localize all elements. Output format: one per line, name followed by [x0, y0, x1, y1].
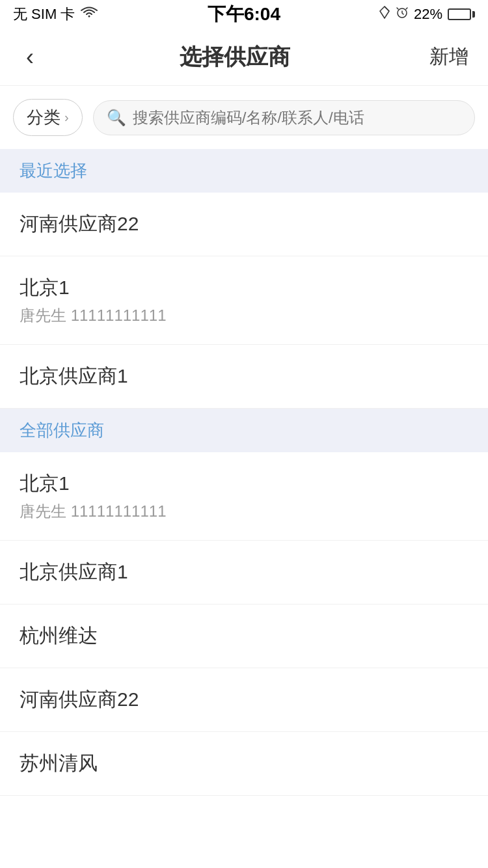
- item-name: 河南供应商22: [20, 686, 468, 713]
- wifi-icon: [80, 6, 98, 23]
- list-item[interactable]: 北京1 唐先生 11111111111: [0, 256, 488, 345]
- page-title: 选择供应商: [180, 42, 290, 72]
- battery-icon: [448, 8, 475, 20]
- alarm-icon: [396, 6, 409, 23]
- item-name: 北京1: [20, 275, 468, 301]
- all-section-header: 全部供应商: [0, 409, 488, 452]
- list-item[interactable]: 河南供应商22: [0, 193, 488, 256]
- chevron-right-icon: ›: [64, 110, 69, 125]
- list-item[interactable]: 杭州维达: [0, 604, 488, 668]
- recent-items-list: 河南供应商22 北京1 唐先生 11111111111 北京供应商1: [0, 193, 488, 409]
- status-bar: 无 SIM 卡 下午6:04: [0, 0, 488, 29]
- list-item[interactable]: 北京供应商1: [0, 541, 488, 604]
- status-right: 22%: [379, 6, 475, 23]
- search-icon: 🔍: [107, 109, 126, 127]
- battery-percent: 22%: [414, 6, 442, 23]
- search-input[interactable]: [133, 109, 461, 127]
- list-item[interactable]: 北京1 唐先生 11111111111: [0, 452, 488, 541]
- list-item[interactable]: 北京供应商1: [0, 345, 488, 409]
- item-name: 北京供应商1: [20, 559, 468, 586]
- item-sub: 唐先生 11111111111: [20, 501, 468, 522]
- category-button[interactable]: 分类 ›: [13, 99, 83, 136]
- search-box[interactable]: 🔍: [93, 100, 475, 135]
- list-item[interactable]: 河南供应商22: [0, 668, 488, 732]
- add-button[interactable]: 新增: [429, 44, 468, 70]
- location-icon: [379, 6, 390, 23]
- category-label: 分类: [27, 106, 61, 129]
- item-name: 北京供应商1: [20, 363, 468, 390]
- back-button[interactable]: ‹: [20, 37, 40, 77]
- status-left: 无 SIM 卡: [13, 5, 98, 24]
- item-name: 苏州清风: [20, 750, 468, 777]
- item-sub: 唐先生 11111111111: [20, 305, 468, 326]
- item-name: 杭州维达: [20, 623, 468, 649]
- carrier-label: 无 SIM 卡: [13, 5, 75, 24]
- recent-section-header: 最近选择: [0, 149, 488, 193]
- list-item[interactable]: 苏州清风: [0, 732, 488, 796]
- all-items-list: 北京1 唐先生 11111111111 北京供应商1 杭州维达 河南供应商22 …: [0, 452, 488, 796]
- item-name: 河南供应商22: [20, 211, 468, 237]
- status-time: 下午6:04: [208, 2, 280, 27]
- filter-bar: 分类 › 🔍: [0, 86, 488, 149]
- nav-bar: ‹ 选择供应商 新增: [0, 29, 488, 86]
- item-name: 北京1: [20, 470, 468, 497]
